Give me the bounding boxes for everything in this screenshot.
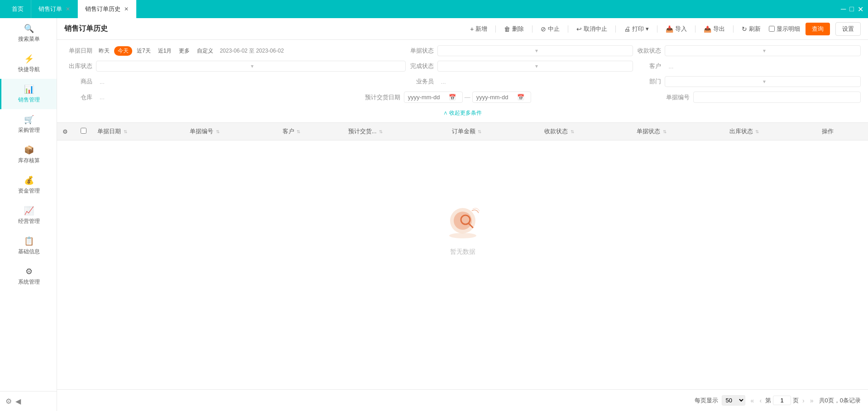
- th-number-label: 单据编号: [190, 128, 213, 135]
- sidebar-item-search-menu[interactable]: 🔍搜索菜单: [0, 18, 57, 48]
- toolbar-btn-import[interactable]: 📥导入: [663, 23, 690, 35]
- warehouse-label: 仓库: [64, 93, 96, 102]
- date-btn-more[interactable]: 更多: [176, 46, 192, 56]
- order-status-select[interactable]: ▾: [437, 45, 633, 56]
- sidebar-item-basic-info[interactable]: 📋基础信息: [0, 231, 57, 261]
- th-payment-status-sort[interactable]: ⇅: [571, 129, 574, 134]
- empty-illustration: [440, 197, 485, 242]
- close-btn[interactable]: ✕: [858, 5, 863, 14]
- sidebar-item-ops-mgmt[interactable]: 📈经营管理: [0, 200, 57, 231]
- toolbar-icon-import: 📥: [666, 25, 673, 33]
- customer-picker[interactable]: ...: [665, 61, 677, 72]
- settings-btn[interactable]: 设置: [835, 22, 861, 36]
- collapse-bar[interactable]: ∧ 收起更多条件: [64, 107, 861, 117]
- window-controls: ─ □ ✕: [841, 5, 863, 14]
- th-payment-status: 收款状态 ⇅: [539, 123, 631, 140]
- tab-home[interactable]: 首页: [5, 0, 31, 18]
- toolbar-btn-cancel-stop[interactable]: ↩取消中止: [574, 23, 610, 35]
- first-page-btn[interactable]: «: [749, 396, 756, 405]
- sidebar-item-system-mgmt[interactable]: ⚙系统管理: [0, 261, 57, 291]
- toolbar-icon-refresh: ↻: [742, 25, 747, 33]
- th-action: 操作: [816, 123, 868, 140]
- select-all-checkbox[interactable]: [81, 128, 86, 134]
- complete-status-arrow: ▾: [535, 63, 629, 69]
- date-btn-last1m[interactable]: 近1月: [155, 46, 175, 56]
- svg-point-0: [449, 233, 476, 238]
- tab-sales-order-history[interactable]: 销售订单历史✕: [78, 0, 136, 18]
- th-number-sort[interactable]: ⇅: [216, 129, 220, 134]
- th-settings[interactable]: ⚙: [57, 123, 75, 140]
- delivery-date-end[interactable]: [476, 94, 517, 101]
- toolbar-btn-stop[interactable]: ⊘中止: [538, 23, 562, 35]
- th-amount-sort[interactable]: ⇅: [478, 129, 481, 134]
- sidebar-label-system-mgmt: 系统管理: [18, 278, 40, 286]
- calendar-start-icon[interactable]: 📅: [449, 94, 456, 101]
- complete-status-select[interactable]: ▾: [437, 61, 633, 72]
- warehouse-status-label: 出库状态: [64, 62, 96, 70]
- toolbar-icon-delete: 🗑: [504, 25, 510, 33]
- goods-picker[interactable]: ...: [96, 77, 108, 87]
- empty-state: 暂无数据: [57, 140, 868, 313]
- date-btn-last7[interactable]: 近7天: [134, 46, 153, 56]
- toolbar-divider-6: [733, 25, 734, 33]
- filter-row-2: 出库状态 ▾ 完成状态 ▾ 客户 ...: [64, 61, 861, 72]
- filter-row-4: 仓库 ... 预计交货日期 📅 — 📅 单据编号: [64, 92, 861, 103]
- sidebar-item-sales-mgmt[interactable]: 📊销售管理: [0, 79, 57, 109]
- date-btn-today[interactable]: 今天: [114, 46, 132, 56]
- sidebar-item-inventory-check[interactable]: 📦库存核算: [0, 140, 57, 170]
- filter-group-complete-status: 完成状态 ▾: [406, 61, 633, 72]
- payment-status-select[interactable]: ▾: [665, 45, 861, 56]
- page-num-input[interactable]: [773, 396, 791, 405]
- minimize-btn[interactable]: ─: [841, 5, 846, 13]
- tab-close-sales-order[interactable]: ✕: [66, 6, 70, 12]
- warehouse-status-select[interactable]: ▾: [96, 61, 406, 72]
- display-detail-checkbox[interactable]: [769, 26, 775, 32]
- th-amount-label: 订单金额: [452, 128, 475, 135]
- th-date-sort[interactable]: ⇅: [124, 129, 127, 134]
- calendar-end-icon[interactable]: 📅: [517, 94, 524, 101]
- th-delivery-date-sort[interactable]: ⇅: [379, 129, 383, 134]
- toolbar-label-new: 新增: [475, 25, 487, 33]
- th-checkbox: [75, 123, 92, 140]
- sidebar-item-purchase-mgmt[interactable]: 🛒采购管理: [0, 109, 57, 140]
- toolbar-icon-stop: ⊘: [541, 25, 546, 33]
- th-order-status: 单据状态 ⇅: [631, 123, 724, 140]
- display-detail-toggle[interactable]: 显示明细: [769, 25, 800, 33]
- sidebar-collapse-btn[interactable]: ◀: [15, 397, 21, 406]
- th-customer-sort[interactable]: ⇅: [297, 129, 300, 134]
- sidebar-settings-btn[interactable]: ⚙: [5, 397, 12, 406]
- table-area: ⚙ 单据日期 ⇅ 单据编号 ⇅: [57, 123, 868, 389]
- tab-sales-order[interactable]: 销售订单✕: [31, 0, 78, 18]
- warehouse-picker[interactable]: ...: [96, 92, 108, 102]
- query-btn[interactable]: 查询: [806, 23, 830, 35]
- th-order-status-sort[interactable]: ⇅: [663, 129, 667, 134]
- toolbar-divider-4: [657, 25, 657, 33]
- department-select[interactable]: ▾: [665, 76, 861, 87]
- th-date: 单据日期 ⇅: [92, 123, 184, 140]
- th-warehouse-status-sort[interactable]: ⇅: [755, 129, 759, 134]
- last-page-btn[interactable]: »: [808, 396, 815, 405]
- prev-page-btn[interactable]: ‹: [758, 396, 763, 405]
- tab-close-sales-order-history[interactable]: ✕: [124, 6, 129, 12]
- page-size-select[interactable]: 102050100: [722, 395, 745, 406]
- toolbar-btn-new[interactable]: +新增: [467, 23, 490, 35]
- date-btn-custom[interactable]: 自定义: [194, 46, 216, 56]
- next-page-btn[interactable]: ›: [801, 396, 806, 405]
- sidebar-item-quick-nav[interactable]: ⚡快捷导航: [0, 48, 57, 79]
- date-btn-yesterday[interactable]: 昨天: [96, 46, 112, 56]
- settings-icon[interactable]: ⚙: [62, 128, 68, 135]
- toolbar-divider-0: [495, 25, 496, 33]
- toolbar-btn-print[interactable]: 🖨打印 ▾: [621, 23, 652, 35]
- order-number-input[interactable]: [697, 94, 857, 101]
- salesperson-picker[interactable]: ...: [437, 77, 450, 87]
- sidebar-icon-search-menu: 🔍: [24, 24, 34, 34]
- toolbar-btn-refresh[interactable]: ↻刷新: [739, 23, 763, 35]
- toolbar-btn-delete[interactable]: 🗑删除: [501, 23, 527, 35]
- toolbar-btn-export[interactable]: 📤导出: [701, 23, 728, 35]
- delivery-date-label: 预计交货日期: [363, 93, 404, 102]
- sidebar-item-capital-mgmt[interactable]: 💰资金管理: [0, 170, 57, 200]
- delivery-date-start[interactable]: [408, 94, 449, 101]
- sidebar-icon-system-mgmt: ⚙: [25, 266, 33, 276]
- sidebar-label-quick-nav: 快捷导航: [18, 66, 40, 73]
- maximize-btn[interactable]: □: [849, 5, 854, 13]
